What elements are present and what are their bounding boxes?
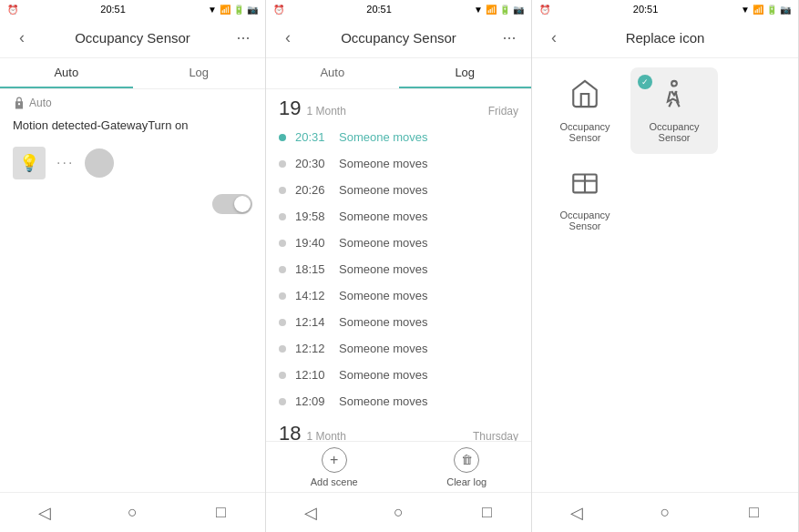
log-time: 20:31 [295,130,330,144]
log-time: 19:58 [295,210,330,223]
log-dot [279,240,286,247]
nav-back-3[interactable]: ◁ [562,498,591,527]
panel-log: ⏰ 20:51 ▼ 📶 🔋 📷 ‹ Occupancy Sensor ··· A… [266,0,532,532]
day-sub-19: 1 Month [306,105,345,118]
panel1-title: Occupancy Sensor [35,30,230,46]
more-button-2[interactable]: ··· [497,26,522,51]
day-number-19: 19 [279,97,301,120]
occupancy-sensor-icon-2 [659,78,690,116]
tab-log-2[interactable]: Log [399,58,532,88]
clear-log-icon: 🗑 [454,447,479,473]
replace-icon-title: Replace icon [567,30,763,46]
panel1-content: Auto Motion detected-GatewayTurn on 💡 ··… [0,89,265,492]
status-icons-left-3: ⏰ [539,5,550,15]
clear-log-label: Clear log [446,476,487,487]
replace-icon-header: ‹ Replace icon [532,18,798,58]
panel-auto: ⏰ 20:51 ▼ 📶 🔋 📷 ‹ Occupancy Sensor ··· A… [0,0,266,532]
nav-back-1[interactable]: ◁ [30,498,59,527]
panel1-tabs: Auto Log [0,58,265,89]
toggle-switch[interactable] [212,194,252,214]
toggle-knob [234,196,251,212]
nav-home-3[interactable]: ○ [650,498,680,527]
log-text: Someone moves [339,289,428,302]
log-entry: 20:26 Someone moves [266,177,531,203]
tab-auto-1[interactable]: Auto [0,58,133,88]
status-time-2: 20:51 [366,4,392,15]
battery-icon-3: 🔋 [766,5,777,15]
wifi-icon-3: ▼ [741,5,750,15]
status-bar-1: ⏰ 20:51 ▼ 📶 🔋 📷 [0,0,265,18]
tab-log-1[interactable]: Log [133,58,266,88]
icon-item-3[interactable]: Occupancy Sensor [541,156,629,242]
nav-square-2[interactable]: □ [473,498,502,527]
clear-log-button[interactable]: 🗑 Clear log [446,447,487,487]
log-entry: 18:15 Someone moves [266,256,531,282]
day-name-19: Friday [488,105,518,118]
battery-icon-2: 🔋 [499,5,510,15]
log-dot [279,319,286,326]
screenshot-icon-3: 📷 [780,5,791,15]
motion-label: Motion detected-GatewayTurn on [0,117,265,139]
panel2-title: Occupancy Sensor [301,30,497,46]
back-button-3[interactable]: ‹ [541,26,567,51]
day-number-18: 18 [279,422,301,441]
icon-item-2[interactable]: ✓ Occupancy Sensor [630,67,718,154]
icon-item-1[interactable]: Occupancy Sensor [541,67,629,154]
wifi-icon: ▼ [208,5,217,15]
log-dot [279,160,286,168]
log-text: Someone moves [339,315,428,329]
device-circle [85,148,114,178]
log-text: Someone moves [339,368,428,382]
day-name-18: Thursday [473,430,518,441]
panel2-tabs: Auto Log [266,58,531,89]
signal-icon: 📶 [220,5,230,15]
status-bar-2: ⏰ 20:51 ▼ 📶 🔋 📷 [266,0,531,18]
signal-icon-2: 📶 [486,5,497,15]
alarm-icon: ⏰ [7,5,18,15]
log-entry: 20:30 Someone moves [266,150,531,177]
screenshot-icon-2: 📷 [513,5,524,15]
log-entry: 12:09 Someone moves [266,388,531,414]
log-dot [279,187,286,194]
log-dot [279,398,286,405]
more-button-1[interactable]: ··· [230,26,256,51]
status-icons-right-2: ▼ 📶 🔋 📷 [474,5,524,15]
device-dots: ··· [56,155,74,171]
add-scene-button[interactable]: + Add scene [311,447,358,487]
nav-square-1[interactable]: □ [207,498,236,527]
occupancy-sensor-icon-3 [569,167,600,204]
log-entry: 19:58 Someone moves [266,203,531,230]
nav-square-3[interactable]: □ [739,498,768,527]
back-button-1[interactable]: ‹ [9,26,35,51]
log-time: 12:10 [295,368,330,382]
icon-label-1: Occupancy Sensor [548,121,621,143]
log-text: Someone moves [339,157,428,170]
icon-grid: Occupancy Sensor ✓ Occupancy Sensor [532,58,798,251]
nav-home-2[interactable]: ○ [384,498,414,527]
status-time-1: 20:51 [100,4,126,15]
alarm-icon-3: ⏰ [539,5,550,15]
status-bar-3: ⏰ 20:51 ▼ 📶 🔋 📷 [532,0,798,18]
log-text: Someone moves [339,183,428,197]
log-entry: 12:10 Someone moves [266,362,531,388]
tab-auto-2[interactable]: Auto [266,58,399,88]
log-text: Someone moves [339,394,428,408]
log-dot [279,213,286,220]
status-icons-left-1: ⏰ [7,5,18,15]
panel2-header: ‹ Occupancy Sensor ··· [266,18,531,58]
lock-icon [13,97,26,109]
log-text: Someone moves [339,210,428,223]
add-scene-icon: + [322,447,347,473]
log-dot [279,266,286,273]
nav-home-1[interactable]: ○ [118,498,148,527]
screenshot-icon: 📷 [247,5,258,15]
icon-label-2: Occupancy Sensor [638,121,711,143]
add-scene-label: Add scene [311,476,358,487]
nav-back-2[interactable]: ◁ [296,498,325,527]
status-time-3: 20:51 [633,4,659,15]
log-time: 12:14 [295,315,330,329]
back-button-2[interactable]: ‹ [275,26,301,51]
log-text: Someone moves [339,262,428,276]
log-entry: 20:31 Someone moves [266,124,531,150]
log-text: Someone moves [339,236,428,250]
